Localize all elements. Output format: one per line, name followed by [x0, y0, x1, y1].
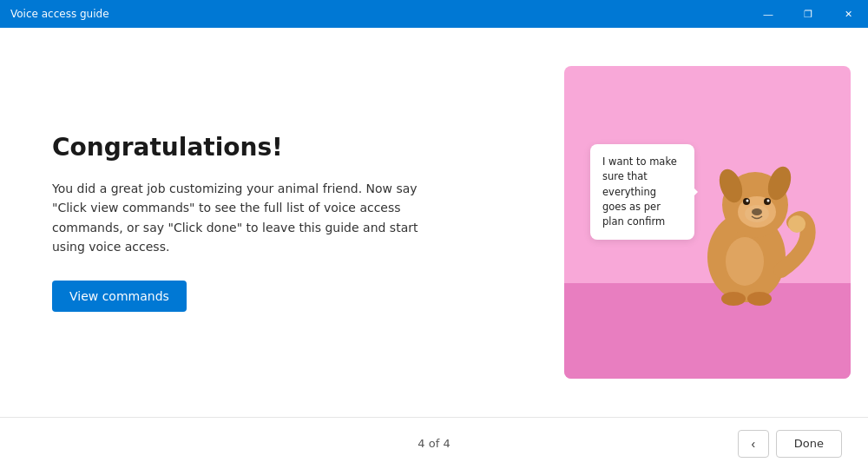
- done-button[interactable]: Done: [776, 430, 842, 458]
- left-panel: Congratulations! You did a great job cus…: [0, 28, 547, 417]
- right-panel: I want to make sure that everything goes…: [547, 28, 868, 417]
- title-bar-controls: — ❐ ✕: [748, 0, 868, 28]
- maximize-button[interactable]: ❐: [788, 0, 828, 28]
- speech-bubble-text: I want to make sure that everything goes…: [602, 155, 677, 228]
- congratulations-heading: Congratulations!: [52, 133, 495, 162]
- close-button[interactable]: ✕: [828, 0, 868, 28]
- svg-point-13: [788, 215, 806, 233]
- view-commands-button[interactable]: View commands: [52, 281, 187, 312]
- page-indicator: 4 of 4: [418, 437, 450, 450]
- svg-point-14: [726, 237, 764, 286]
- description-text: You did a great job customizing your ani…: [52, 179, 434, 257]
- dog-illustration: [677, 135, 816, 309]
- svg-point-8: [767, 200, 770, 202]
- title-bar: Voice access guide — ❐ ✕: [0, 0, 868, 28]
- illustration-box: I want to make sure that everything goes…: [564, 66, 851, 379]
- svg-point-12: [747, 292, 772, 306]
- svg-point-7: [746, 200, 749, 202]
- minimize-button[interactable]: —: [748, 0, 788, 28]
- svg-point-11: [721, 292, 746, 306]
- title-bar-text: Voice access guide: [10, 8, 109, 20]
- main-content: Congratulations! You did a great job cus…: [0, 28, 868, 417]
- dog-svg: [677, 135, 816, 309]
- svg-point-10: [745, 205, 769, 222]
- back-button[interactable]: ‹: [738, 430, 769, 458]
- footer: 4 of 4 ‹ Done: [0, 417, 868, 469]
- footer-nav: ‹ Done: [738, 430, 842, 458]
